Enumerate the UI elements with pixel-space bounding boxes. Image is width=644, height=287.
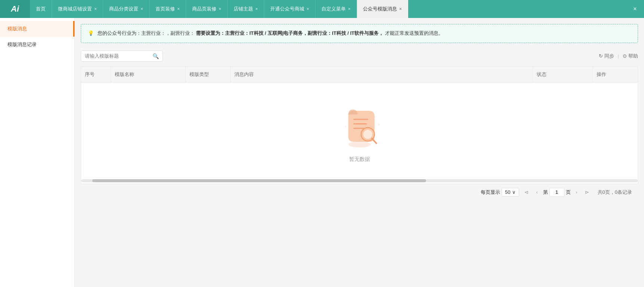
table-header: 序号 模版名称 模版类型 消息内容 状态 操作	[81, 67, 638, 83]
nav-tab-close[interactable]: ×	[306, 7, 309, 11]
nav-tab-custommenu[interactable]: 自定义菜单×	[315, 0, 357, 18]
nav-tab-label: 公众号模版消息	[363, 6, 397, 12]
nav-tab-openstore[interactable]: 开通公众号商城×	[264, 0, 315, 18]
nav-tab-close[interactable]: ×	[399, 7, 402, 11]
nav-tab-label: 微商城店铺设置	[58, 6, 92, 12]
page-label: 第	[543, 189, 548, 196]
help-icon: ⊙	[623, 53, 627, 59]
svg-text:✦: ✦	[373, 115, 376, 119]
page-size-value: 50	[505, 189, 510, 195]
sync-icon: ↻	[599, 53, 603, 59]
sidebar: 模版消息模版消息记录	[0, 18, 75, 287]
scroll-thumb[interactable]	[92, 179, 426, 182]
nav-tab-close[interactable]: ×	[255, 7, 258, 11]
page-nav: ⊲ ‹ 第 页 › ⊳	[522, 188, 592, 197]
nav-tab-templatemsg[interactable]: 公众号模版消息×	[357, 0, 408, 18]
next-page-button[interactable]: ›	[572, 188, 581, 197]
svg-text:✦: ✦	[378, 123, 380, 126]
nav-tab-label: 首页	[36, 6, 46, 12]
nav-tab-label: 自定义菜单	[321, 6, 346, 12]
page-unit: 页	[566, 189, 571, 196]
main-layout: 模版消息模版消息记录 💡 您的公众号行业为：主营行业：，副营行业： 需要设置为：…	[0, 18, 644, 287]
horizontal-scrollbar[interactable]	[81, 179, 638, 182]
prev-page-button[interactable]: ‹	[533, 188, 542, 197]
nav-tab-homepage[interactable]: 首页装修×	[150, 0, 186, 18]
nav-tab-close[interactable]: ×	[177, 7, 180, 11]
search-input[interactable]	[85, 53, 152, 59]
nav-tab-label: 商品页装修	[192, 6, 216, 12]
global-close-button[interactable]: ×	[626, 0, 644, 18]
nav-tab-close[interactable]: ×	[141, 7, 143, 11]
col-index: 序号	[81, 67, 111, 82]
nav-tabs: 首页微商城店铺设置×商品分类设置×首页装修×商品页装修×店铺主题×开通公众号商城…	[30, 0, 626, 18]
nav-tab-category[interactable]: 商品分类设置×	[103, 0, 150, 18]
empty-state: ✦ ✦ ✦ 暂无数据	[81, 83, 638, 178]
nav-tab-label: 开通公众号商城	[270, 6, 304, 12]
help-button[interactable]: ⊙ 帮助	[623, 53, 638, 59]
empty-icon: ✦ ✦ ✦	[337, 105, 382, 150]
search-icon[interactable]: 🔍	[152, 53, 159, 59]
nav-tab-weishop[interactable]: 微商城店铺设置×	[52, 0, 103, 18]
notice-suffix: 才能正常发送预置的消息。	[385, 30, 443, 36]
first-page-button[interactable]: ⊲	[522, 188, 531, 197]
sidebar-item-template-log[interactable]: 模版消息记录	[0, 37, 74, 52]
page-total: 共0页，0条记录	[598, 189, 632, 196]
nav-tab-label: 首页装修	[155, 6, 175, 12]
sidebar-item-template-msg[interactable]: 模版消息	[0, 21, 74, 37]
col-content: 消息内容	[231, 67, 533, 82]
empty-text: 暂无数据	[349, 156, 370, 163]
per-page-label: 每页显示	[481, 189, 500, 196]
sync-button[interactable]: ↻ 同步	[599, 53, 614, 59]
nav-tab-close[interactable]: ×	[94, 7, 97, 11]
search-input-wrap[interactable]: 🔍	[81, 51, 163, 62]
svg-point-0	[348, 141, 371, 147]
search-actions: ↻ 同步 | ⊙ 帮助	[599, 53, 638, 59]
nav-tab-productpage[interactable]: 商品页装修×	[186, 0, 228, 18]
page-size-dropdown[interactable]: 50 ∨	[502, 188, 519, 196]
col-status: 状态	[533, 67, 593, 82]
logo: Ai	[0, 0, 30, 18]
last-page-button[interactable]: ⊳	[583, 188, 592, 197]
notice-icon: 💡	[88, 30, 94, 36]
nav-tab-label: 店铺主题	[234, 6, 253, 12]
divider: |	[618, 53, 619, 59]
top-nav: Ai 首页微商城店铺设置×商品分类设置×首页装修×商品页装修×店铺主题×开通公众…	[0, 0, 644, 18]
chevron-down-icon: ∨	[512, 189, 516, 195]
pagination: 每页显示 50 ∨ ⊲ ‹ 第 页 › ⊳ 共0页，0条记录	[81, 184, 638, 201]
notice-prefix: 您的公众号行业为：主营行业：，副营行业：	[98, 30, 195, 36]
col-name: 模版名称	[111, 67, 186, 82]
notice-highlight: 需要设置为：主营行业：IT科技 / 互联网|电子商务，副营行业：IT科技 / I…	[196, 30, 383, 36]
svg-text:✦: ✦	[345, 125, 347, 128]
page-size-select: 每页显示 50 ∨	[481, 188, 519, 196]
svg-point-5	[363, 130, 372, 139]
page-number-input[interactable]	[549, 188, 564, 197]
data-table: 序号 模版名称 模版类型 消息内容 状态 操作	[81, 66, 638, 184]
notice-banner: 💡 您的公众号行业为：主营行业：，副营行业： 需要设置为：主营行业：IT科技 /…	[81, 24, 638, 43]
nav-tab-home[interactable]: 首页	[30, 0, 52, 18]
col-action: 操作	[593, 67, 638, 82]
col-type: 模版类型	[186, 67, 231, 82]
nav-tab-label: 商品分类设置	[109, 6, 138, 12]
nav-tab-close[interactable]: ×	[348, 7, 351, 11]
content-area: 💡 您的公众号行业为：主营行业：，副营行业： 需要设置为：主营行业：IT科技 /…	[75, 18, 644, 287]
nav-tab-close[interactable]: ×	[219, 7, 221, 11]
search-bar: 🔍 ↻ 同步 | ⊙ 帮助	[81, 51, 638, 62]
nav-tab-theme[interactable]: 店铺主题×	[228, 0, 264, 18]
